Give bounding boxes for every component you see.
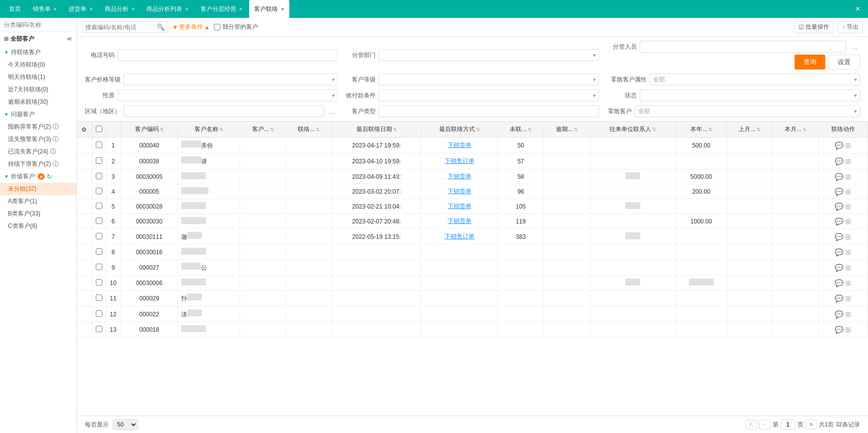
first-page-btn[interactable]: K xyxy=(745,420,757,430)
row-checkbox[interactable] xyxy=(96,294,102,301)
td-checkbox[interactable] xyxy=(92,322,106,337)
contact-type-link[interactable]: 下销货单 xyxy=(448,203,471,210)
my-customers-filter[interactable]: 我分管的客户 xyxy=(214,23,258,31)
grid-action-icon[interactable]: ⊞ xyxy=(845,173,851,181)
message-icon[interactable]: 💬 xyxy=(835,279,843,287)
sidebar-item-churned[interactable]: 已流失客户(24) ⓘ xyxy=(0,145,76,158)
filter-cust-level-select[interactable] xyxy=(379,73,599,85)
filter-price-select[interactable] xyxy=(124,73,338,85)
my-customers-checkbox[interactable] xyxy=(214,24,220,30)
message-icon[interactable]: 💬 xyxy=(835,326,843,334)
filter-retail-attr-select[interactable]: 全部 xyxy=(650,73,860,85)
row-checkbox[interactable] xyxy=(96,310,102,317)
nav-product-analysis-list[interactable]: 商品分析列表 × xyxy=(141,0,193,18)
sidebar-item-7days[interactable]: 近7天待联络(0) xyxy=(0,83,76,96)
nav-purchase[interactable]: 进货单 × xyxy=(64,0,97,18)
sidebar-all-customers[interactable]: ⊞ 全部客户 ≪ xyxy=(0,32,76,46)
next-page-btn[interactable]: > xyxy=(805,420,817,430)
grid-action-icon[interactable]: ⊞ xyxy=(845,248,851,256)
td-checkbox[interactable] xyxy=(92,245,106,260)
contact-type-link[interactable]: 下销货单 xyxy=(448,188,471,195)
grid-action-icon[interactable]: ⊞ xyxy=(845,142,851,149)
grid-action-icon[interactable]: ⊞ xyxy=(845,157,851,165)
close-product-analysis-list-icon[interactable]: × xyxy=(185,6,188,12)
filter-nature-select[interactable] xyxy=(118,89,338,101)
filter-retail-select[interactable]: 全部 xyxy=(635,105,860,117)
td-checkbox[interactable] xyxy=(92,169,106,184)
th-type[interactable]: 客户... ⇅ xyxy=(240,122,286,138)
filter-region-more-icon[interactable]: … xyxy=(327,107,338,115)
sidebar-item-ungroup[interactable]: 未分组(32) xyxy=(0,183,76,195)
sidebar-item-overdue[interactable]: 逾期未联络(30) xyxy=(0,96,76,108)
filter-region-input[interactable] xyxy=(124,105,324,117)
grid-action-icon[interactable]: ⊞ xyxy=(845,233,851,241)
th-last-month[interactable]: 上月... ⇅ xyxy=(727,122,773,138)
page-input[interactable] xyxy=(781,420,796,430)
sidebar-item-a-class[interactable]: A类客户(1) xyxy=(0,195,76,208)
filter-status-select[interactable] xyxy=(640,89,860,101)
sidebar-item-declining[interactable]: 持续下滑客户(2) ⓘ xyxy=(0,158,76,170)
close-sales-icon[interactable]: × xyxy=(54,6,57,12)
th-this-year[interactable]: 本年... ⇅ xyxy=(676,122,727,138)
nav-customer-contact[interactable]: 客户联络 × xyxy=(249,0,289,18)
th-partner[interactable]: 往来单位联系人 ⇅ xyxy=(590,122,676,138)
message-icon[interactable]: 💬 xyxy=(835,188,843,196)
message-icon[interactable]: 💬 xyxy=(835,248,843,256)
export-button[interactable]: ↑ 导出 xyxy=(838,21,863,33)
sidebar-item-abnormal[interactable]: 囤购异常客户(2) ⓘ xyxy=(0,121,76,133)
message-icon[interactable]: 💬 xyxy=(835,203,843,211)
filter-payment-select[interactable] xyxy=(379,89,599,101)
nav-home[interactable]: 首页 xyxy=(4,0,26,18)
search-input[interactable] xyxy=(85,24,155,31)
td-checkbox[interactable] xyxy=(92,214,106,229)
row-checkbox[interactable] xyxy=(96,157,102,164)
th-settings[interactable]: ⚙ xyxy=(77,122,92,138)
filter-manager-input[interactable] xyxy=(640,41,846,53)
message-icon[interactable]: 💬 xyxy=(835,233,843,241)
th-uncontacted[interactable]: 未联... ⇅ xyxy=(498,122,544,138)
refresh-icon[interactable]: ↻ xyxy=(47,173,52,180)
filter-dept-select[interactable] xyxy=(379,49,599,61)
th-last-type[interactable]: 最后联络方式 ⇅ xyxy=(421,122,498,138)
td-checkbox[interactable] xyxy=(92,260,106,276)
close-purchase-icon[interactable]: × xyxy=(89,6,92,12)
td-checkbox[interactable] xyxy=(92,138,106,153)
filter-manager-more-icon[interactable]: … xyxy=(849,43,860,51)
more-conditions-btn[interactable]: ▼ 更多条件 ▲ xyxy=(172,23,210,31)
row-checkbox[interactable] xyxy=(96,173,102,179)
row-checkbox[interactable] xyxy=(96,264,102,270)
th-overdue[interactable]: 逾期... ⇅ xyxy=(544,122,590,138)
grid-action-icon[interactable]: ⊞ xyxy=(845,203,851,211)
th-checkbox[interactable] xyxy=(92,122,106,138)
sidebar-search-input[interactable] xyxy=(4,21,77,28)
td-checkbox[interactable] xyxy=(92,229,106,245)
grid-action-icon[interactable]: ⊞ xyxy=(845,217,851,225)
nav-customer-tier[interactable]: 客户分层经营 × xyxy=(196,0,247,18)
sidebar-item-b-class[interactable]: B类客户(33) xyxy=(0,208,76,220)
th-this-month[interactable]: 本月... ⇅ xyxy=(773,122,819,138)
td-checkbox[interactable] xyxy=(92,184,106,199)
grid-action-icon[interactable]: ⊞ xyxy=(845,279,851,287)
nav-product-analysis[interactable]: 商品分析 × xyxy=(100,0,139,18)
td-checkbox[interactable] xyxy=(92,276,106,290)
contact-type-link[interactable]: 下销售订单 xyxy=(445,157,474,164)
grid-action-icon[interactable]: ⊞ xyxy=(845,326,851,334)
prev-page-btn[interactable]: < xyxy=(759,420,771,430)
close-customer-tier-icon[interactable]: × xyxy=(239,6,242,12)
nav-sales[interactable]: 销售单 × xyxy=(28,0,62,18)
td-checkbox[interactable] xyxy=(92,290,106,306)
th-last-date[interactable]: 最后联络日期 ⇅ xyxy=(332,122,421,138)
message-icon[interactable]: 💬 xyxy=(835,142,843,149)
query-button[interactable]: 查询 xyxy=(795,55,825,70)
contact-type-link[interactable]: 下销货单 xyxy=(448,142,471,148)
td-checkbox[interactable] xyxy=(92,153,106,169)
filter-phone-input[interactable] xyxy=(118,49,338,61)
batch-op-button[interactable]: ☑ 批量操作 xyxy=(794,21,834,33)
row-checkbox[interactable] xyxy=(96,217,102,224)
row-checkbox[interactable] xyxy=(96,326,102,332)
reset-button[interactable]: 设置 xyxy=(828,55,860,70)
contact-type-link[interactable]: 下销货单 xyxy=(448,173,471,180)
sidebar-item-c-class[interactable]: C类客户(6) xyxy=(0,220,76,232)
row-checkbox[interactable] xyxy=(96,233,102,239)
grid-action-icon[interactable]: ⊞ xyxy=(845,264,851,272)
